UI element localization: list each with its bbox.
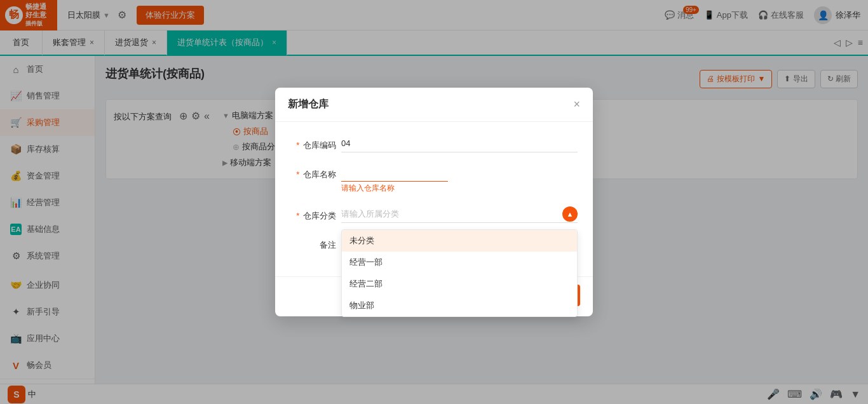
name-label: * 仓库名称 xyxy=(290,164,341,180)
code-label: * 仓库编码 xyxy=(290,135,341,151)
name-label-text: 仓库名称 xyxy=(303,170,336,179)
dropdown-item-uncategorized[interactable]: 未分类 xyxy=(342,230,577,252)
category-dropdown-wrapper: ▲ 未分类 经营一部 经营二部 物业部 xyxy=(341,205,578,223)
modal-close-button[interactable]: × xyxy=(573,98,580,111)
modal-body: * 仓库编码 * 仓库名称 请输入仓库名称 * xyxy=(275,122,593,276)
category-dropdown-list: 未分类 经营一部 经营二部 物业部 xyxy=(341,229,578,317)
category-label: * 仓库分类 xyxy=(290,205,341,222)
note-label-text: 备注 xyxy=(320,240,336,250)
code-label-text: 仓库编码 xyxy=(303,140,336,150)
name-error-msg: 请输入仓库名称 xyxy=(341,183,395,194)
code-required-star: * xyxy=(296,140,299,150)
dropdown-item-property[interactable]: 物业部 xyxy=(342,295,577,316)
code-input[interactable] xyxy=(341,135,578,152)
name-input[interactable] xyxy=(341,164,448,182)
name-field-row: * 仓库名称 请输入仓库名称 xyxy=(290,164,578,194)
new-warehouse-modal: 新增仓库 × * 仓库编码 * 仓库名称 xyxy=(275,88,593,316)
category-required-star: * xyxy=(296,211,299,220)
name-required-star: * xyxy=(296,170,299,179)
code-field-row: * 仓库编码 xyxy=(290,135,578,152)
dropdown-item-dept2[interactable]: 经营二部 xyxy=(342,273,577,295)
modal-header: 新增仓库 × xyxy=(275,88,593,122)
modal-overlay[interactable]: 新增仓库 × * 仓库编码 * 仓库名称 xyxy=(0,0,868,404)
category-label-text: 仓库分类 xyxy=(303,211,336,220)
category-field-row: * 仓库分类 ▲ 未分类 经营一部 经营二部 物业部 xyxy=(290,205,578,223)
modal-title: 新增仓库 xyxy=(288,98,329,111)
note-label: 备注 xyxy=(290,234,341,251)
dropdown-arrow-icon[interactable]: ▲ xyxy=(562,206,578,222)
dropdown-item-dept1[interactable]: 经营一部 xyxy=(342,252,577,273)
category-input[interactable] xyxy=(341,205,578,223)
